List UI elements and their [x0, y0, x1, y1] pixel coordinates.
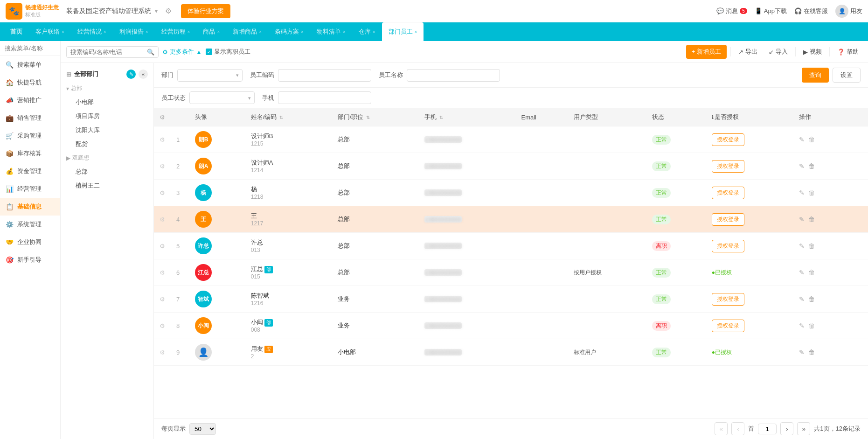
- tab-profit[interactable]: 利润报告 ×: [113, 22, 155, 41]
- close-icon[interactable]: ×: [62, 29, 64, 35]
- trial-button[interactable]: 体验行业方案: [181, 4, 230, 18]
- edit-icon[interactable]: ✎: [799, 216, 805, 223]
- row-settings[interactable]: ⚙: [154, 180, 171, 206]
- tab-add-goods[interactable]: 新增商品 ×: [226, 22, 268, 41]
- col-name-header[interactable]: 姓名/编码 ⇅: [245, 108, 332, 126]
- sidebar-item-marketing[interactable]: 📣 营销推广: [0, 91, 60, 109]
- delete-icon[interactable]: 🗑: [808, 295, 815, 303]
- tree-group-shuangtingxiang[interactable]: ▶ 双庭想: [61, 151, 153, 165]
- row-settings[interactable]: ⚙: [154, 233, 171, 259]
- emp-code-input[interactable]: [278, 69, 371, 82]
- close-icon[interactable]: ×: [301, 29, 304, 35]
- first-page-btn[interactable]: «: [715, 422, 728, 435]
- help-btn[interactable]: ❓ 帮助: [833, 46, 862, 58]
- row-settings[interactable]: ⚙: [154, 313, 171, 339]
- sidebar-item-basic[interactable]: 📋 基础信息: [0, 198, 60, 216]
- edit-icon[interactable]: ✎: [799, 295, 805, 303]
- phone-input[interactable]: [278, 91, 371, 104]
- reset-button[interactable]: 设置: [833, 68, 861, 83]
- edit-icon[interactable]: ✎: [799, 162, 805, 170]
- tab-warehouse[interactable]: 仓库 ×: [352, 22, 382, 41]
- close-icon[interactable]: ×: [343, 29, 346, 35]
- sidebar-item-search[interactable]: 🔍 搜索菜单: [0, 56, 60, 74]
- delete-icon[interactable]: 🗑: [808, 242, 815, 250]
- delete-icon[interactable]: 🗑: [808, 136, 815, 143]
- sidebar-item-finance[interactable]: 💰 资金管理: [0, 162, 60, 180]
- col-phone-header[interactable]: 手机 ⇅: [419, 108, 516, 126]
- edit-icon[interactable]: ✎: [799, 322, 805, 329]
- edit-icon[interactable]: ✎: [799, 242, 805, 250]
- close-icon[interactable]: ×: [217, 29, 220, 35]
- query-button[interactable]: 查询: [802, 68, 829, 83]
- sidebar-item-quicknav[interactable]: 🏠 快捷导航: [0, 74, 60, 91]
- app-download-btn[interactable]: 📱 App下载: [755, 7, 787, 15]
- close-icon[interactable]: ×: [187, 29, 190, 35]
- auth-login-button[interactable]: 授权登录: [712, 293, 744, 306]
- tree-item-zhishu[interactable]: 植树王二: [61, 179, 153, 193]
- last-page-btn[interactable]: »: [797, 422, 810, 435]
- auth-login-button[interactable]: 授权登录: [712, 187, 744, 199]
- close-icon[interactable]: ×: [259, 29, 262, 35]
- row-settings[interactable]: ⚙: [154, 286, 171, 313]
- delete-icon[interactable]: 🗑: [808, 216, 815, 223]
- close-icon[interactable]: ×: [415, 29, 417, 35]
- employee-search-input[interactable]: [70, 49, 145, 56]
- auth-login-button[interactable]: 授权登录: [712, 133, 744, 146]
- tab-barcode[interactable]: 条码方案 ×: [268, 22, 310, 41]
- video-btn[interactable]: ▶ 视频: [799, 46, 826, 58]
- export-btn[interactable]: ↗ 导出: [735, 46, 761, 58]
- col-dept-header[interactable]: 部门/职位 ⇅: [332, 108, 419, 126]
- import-btn[interactable]: ↙ 导入: [765, 46, 792, 58]
- tab-bom[interactable]: 物料清单 ×: [310, 22, 352, 41]
- row-settings[interactable]: ⚙: [154, 259, 171, 286]
- delete-icon[interactable]: 🗑: [808, 348, 815, 356]
- auth-login-button[interactable]: 授权登录: [712, 320, 744, 332]
- tab-history[interactable]: 经营历程 ×: [155, 22, 197, 41]
- close-icon[interactable]: ×: [104, 29, 106, 35]
- gear-icon[interactable]: ⚙: [165, 7, 172, 15]
- tree-item-peihuo[interactable]: 配货: [61, 137, 153, 151]
- tab-operations[interactable]: 经营情况 ×: [71, 22, 113, 41]
- emp-status-select[interactable]: [189, 91, 255, 104]
- tree-item-project[interactable]: 项目库房: [61, 109, 153, 123]
- delete-icon[interactable]: 🗑: [808, 322, 815, 329]
- page-number-input[interactable]: [758, 424, 777, 434]
- row-settings[interactable]: ⚙: [154, 153, 171, 180]
- user-menu-btn[interactable]: 👤 用友: [835, 5, 862, 18]
- auth-login-button[interactable]: 授权登录: [712, 240, 744, 252]
- sidebar-item-purchase[interactable]: 🛒 采购管理: [0, 127, 60, 145]
- col-settings-header[interactable]: ⚙: [154, 108, 171, 126]
- row-settings[interactable]: ⚙: [154, 126, 171, 153]
- close-icon[interactable]: ×: [146, 29, 148, 35]
- tree-item-xiaodibu[interactable]: 小电部: [61, 95, 153, 109]
- add-employee-button[interactable]: + 新增员工: [686, 45, 727, 59]
- dropdown-arrow-icon[interactable]: ▾: [155, 8, 158, 14]
- next-page-btn[interactable]: ›: [780, 422, 793, 435]
- delete-icon[interactable]: 🗑: [808, 162, 815, 170]
- sidebar-item-inventory[interactable]: 📦 库存核算: [0, 145, 60, 162]
- sidebar-item-collab[interactable]: 🤝 企业协同: [0, 233, 60, 251]
- delete-icon[interactable]: 🗑: [808, 269, 815, 276]
- row-settings[interactable]: ⚙: [154, 339, 171, 366]
- tab-employees[interactable]: 部门员工 ×: [382, 22, 424, 41]
- per-page-select[interactable]: 50 100: [189, 423, 216, 435]
- tab-customer[interactable]: 客户联络 ×: [29, 22, 71, 41]
- prev-page-btn[interactable]: ‹: [731, 422, 744, 435]
- edit-icon[interactable]: ✎: [799, 348, 805, 356]
- tab-home[interactable]: 首页: [4, 22, 29, 41]
- sidebar-item-system[interactable]: ⚙️ 系统管理: [0, 216, 60, 233]
- tree-group-zongbu[interactable]: ▾ 总部: [61, 82, 153, 95]
- delete-icon[interactable]: 🗑: [808, 189, 815, 196]
- emp-name-input[interactable]: [407, 69, 500, 82]
- row-settings[interactable]: ⚙: [154, 206, 171, 233]
- show-archived-toggle[interactable]: ✓ 显示离职员工: [206, 48, 250, 56]
- edit-icon[interactable]: ✎: [799, 269, 805, 276]
- sidebar-item-guide[interactable]: 🎯 新手引导: [0, 251, 60, 269]
- edit-icon[interactable]: ✎: [799, 189, 805, 196]
- sidebar-search-input[interactable]: [5, 45, 61, 52]
- auth-login-button[interactable]: 授权登录: [712, 160, 744, 173]
- more-filter-btn[interactable]: ⚙ 更多条件 ▲: [162, 48, 202, 56]
- sidebar-item-business[interactable]: 📊 经营管理: [0, 180, 60, 198]
- auth-login-button[interactable]: 授权登录: [712, 213, 744, 226]
- edit-icon[interactable]: ✎: [799, 136, 805, 143]
